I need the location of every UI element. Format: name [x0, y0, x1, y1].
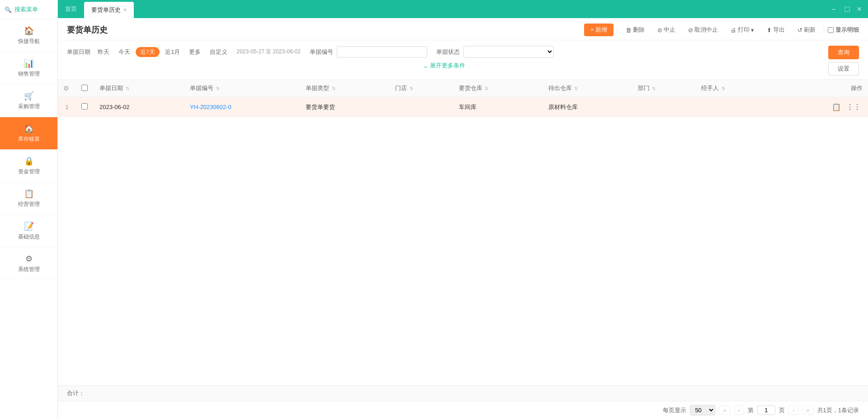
next-page-button[interactable]: ›	[788, 405, 798, 415]
new-button[interactable]: + 新增	[584, 24, 613, 36]
date-option-yesterday[interactable]: 昨天	[94, 47, 113, 57]
col-store-label: 门店	[395, 85, 407, 91]
window-maximize-button[interactable]: □	[842, 4, 853, 15]
stop-button[interactable]: ⊘ 中止	[653, 24, 680, 36]
tab-close-icon[interactable]: ×	[123, 7, 127, 13]
delete-button[interactable]: 🗑 删除	[621, 24, 649, 36]
col-handler-sort-icon[interactable]: ⇅	[722, 86, 725, 91]
filter-status: 单据状态	[436, 46, 554, 58]
window-minimize-button[interactable]: －	[827, 3, 840, 15]
sidebar-item-finance[interactable]: 🔒 资金管理	[0, 150, 57, 182]
row-no: 1	[58, 97, 76, 117]
date-option-more[interactable]: 更多	[185, 47, 204, 57]
window-close-button[interactable]: ×	[854, 4, 864, 15]
divider-1	[617, 26, 618, 33]
row-handler	[696, 97, 772, 117]
col-pending-warehouse-sort-icon[interactable]: ⇅	[574, 86, 578, 91]
page-title: 要货单历史	[67, 24, 108, 35]
col-store-sort-icon[interactable]: ⇅	[410, 86, 413, 91]
display-detail-checkbox-wrapper[interactable]: 显示明细	[828, 26, 859, 34]
refresh-button[interactable]: ↺ 刷新	[793, 24, 820, 36]
table-container: ⚙ 单据日期 ⇅ 单据编号 ⇅	[58, 80, 868, 385]
sidebar-search-label: 搜索菜单	[14, 5, 38, 14]
expand-more-label: 展开更多条件	[430, 62, 465, 70]
sidebar-item-system[interactable]: ⚙ 系统管理	[0, 248, 57, 280]
cancel-stop-button[interactable]: ⊘ 取消中止	[684, 24, 722, 36]
col-date-sort-icon[interactable]: ⇅	[126, 86, 129, 91]
tab-home[interactable]: 首页	[58, 0, 84, 18]
table-row: 1 2023-06-02 YH-20230602-0 要货单要货 车间库 原材料…	[58, 97, 868, 117]
topbar: 首页 要货单历史 × － □ ×	[58, 0, 868, 18]
sidebar-item-inventory[interactable]: 🏠 库存核算	[0, 117, 57, 150]
footer-total-label: 合计：	[67, 389, 85, 397]
sidebar-item-basic[interactable]: 📝 基础信息	[0, 215, 57, 248]
per-page-label: 每页显示	[663, 406, 686, 414]
sidebar-item-label: 采购管理	[18, 103, 40, 110]
home-icon: 🏠	[24, 26, 34, 36]
row-more-button[interactable]: ⋮⋮	[844, 102, 863, 112]
date-option-today[interactable]: 今天	[115, 47, 134, 57]
lock-icon: 🔒	[24, 156, 34, 166]
display-detail-checkbox[interactable]	[828, 27, 834, 33]
col-req-warehouse: 要货仓库 ⇅	[453, 80, 543, 97]
col-store: 门店 ⇅	[390, 80, 453, 97]
print-dropdown-icon: ▾	[751, 27, 754, 33]
sidebar-search[interactable]: 🔍 搜索菜单	[0, 0, 57, 19]
first-page-button[interactable]: «	[719, 405, 730, 415]
filter-bar: 单据日期 昨天 今天 近7天 近1月 更多 自定义 2023-05-27 至 2…	[58, 40, 868, 80]
col-bill-type: 单据类型 ⇅	[300, 80, 390, 97]
sidebar-item-operation[interactable]: 📋 经营管理	[0, 182, 57, 215]
col-date: 单据日期 ⇅	[94, 80, 184, 97]
col-department-sort-icon[interactable]: ⇅	[652, 86, 656, 91]
status-select[interactable]	[463, 46, 554, 58]
filter-fields: 单据日期 昨天 今天 近7天 近1月 更多 自定义 2023-05-27 至 2…	[67, 46, 821, 71]
filter-date: 单据日期 昨天 今天 近7天 近1月 更多 自定义 2023-05-27 至 2…	[67, 47, 301, 57]
col-req-warehouse-sort-icon[interactable]: ⇅	[485, 86, 488, 91]
page-number-input[interactable]	[757, 405, 775, 415]
row-edit-button[interactable]: 📋	[830, 102, 843, 112]
row-bill-no: YH-20230602-0	[184, 97, 300, 117]
bill-no-link[interactable]: YH-20230602-0	[190, 104, 231, 110]
row-checkbox[interactable]	[81, 103, 88, 110]
settings-button[interactable]: 设置	[828, 62, 859, 76]
prev-page-button[interactable]: ‹	[734, 405, 744, 415]
col-bill-no-sort-icon[interactable]: ⇅	[216, 86, 220, 91]
date-option-7days[interactable]: 近7天	[136, 47, 160, 57]
filter-date-range: 2023-05-27 至 2023-06-02	[236, 48, 300, 56]
col-action-label: 操作	[851, 85, 863, 91]
col-pending-warehouse: 待出仓库 ⇅	[543, 80, 632, 97]
document-icon: 📝	[24, 221, 34, 231]
sidebar-item-sales[interactable]: 📊 销售管理	[0, 52, 57, 85]
col-department: 部门 ⇅	[632, 80, 696, 97]
row-bill-type: 要货单要货	[300, 97, 390, 117]
refresh-icon: ↺	[797, 27, 802, 33]
col-bill-type-sort-icon[interactable]: ⇅	[332, 86, 335, 91]
query-button[interactable]: 查询	[828, 46, 859, 59]
bill-no-input[interactable]	[337, 46, 427, 57]
tab-active[interactable]: 要货单历史 ×	[84, 2, 134, 18]
sidebar-item-purchase[interactable]: 🛒 采购管理	[0, 85, 57, 117]
sidebar-item-quick-nav[interactable]: 🏠 快捷导航	[0, 19, 57, 52]
sidebar-item-label: 经营管理	[18, 200, 40, 208]
per-page-select[interactable]: 50 100 200	[690, 405, 715, 415]
select-all-checkbox[interactable]	[81, 85, 88, 91]
col-bill-type-label: 单据类型	[306, 85, 329, 91]
table-settings-icon[interactable]: ⚙	[63, 85, 69, 92]
expand-more-btn[interactable]: ⌄ 展开更多条件	[423, 62, 465, 70]
inventory-icon: 🏠	[24, 124, 34, 133]
last-page-button[interactable]: »	[802, 405, 813, 415]
chart-icon: 📊	[24, 58, 34, 68]
date-option-1month[interactable]: 近1月	[161, 47, 184, 57]
print-button[interactable]: 🖨 打印 ▾	[726, 24, 759, 36]
row-date: 2023-06-02	[94, 97, 184, 117]
col-pending-warehouse-label: 待出仓库	[548, 85, 572, 91]
page-number-suffix: 页	[779, 406, 785, 414]
filter-bill-no: 单据编号	[310, 46, 427, 57]
filter-date-options: 昨天 今天 近7天 近1月 更多 自定义	[94, 47, 231, 57]
col-handler: 经手人 ⇅	[696, 80, 772, 97]
tab-home-label: 首页	[65, 5, 77, 13]
export-button[interactable]: ⬆ 导出	[762, 24, 789, 36]
pagination-bar: 每页显示 50 100 200 « ‹ 第 页 › » 共1页，1条记录	[58, 401, 868, 419]
main-area: 首页 要货单历史 × － □ × 要货单历史 + 新增 🗑 删除 ⊘	[58, 0, 868, 419]
date-option-custom[interactable]: 自定义	[206, 47, 231, 57]
